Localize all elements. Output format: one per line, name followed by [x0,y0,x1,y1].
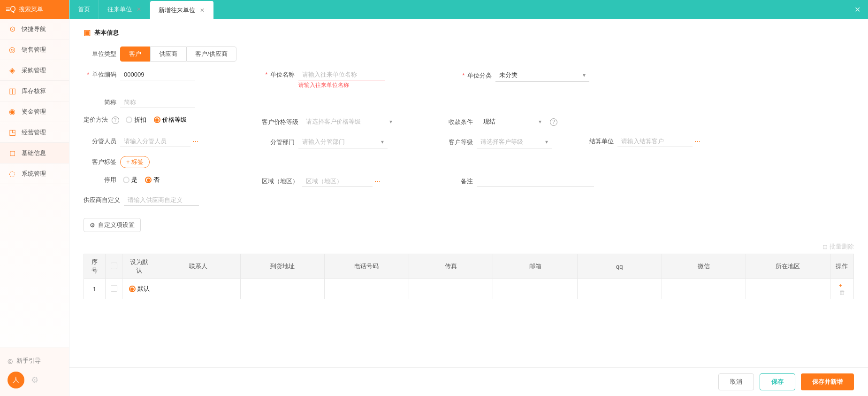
bottom-bar: 取消 保存 保存并新增 [69,367,868,396]
tab-partners-close[interactable]: ✕ [137,6,141,13]
col-phone: 电话号码 [325,254,409,279]
wechat-input[interactable] [667,286,741,293]
disabled-group: 停用 是 否 [84,176,262,184]
sidebar-item-guide[interactable]: ◎ 新手引导 [0,353,69,369]
short-name-label: 简称 [84,98,116,107]
pricing-radio-group: 折扣 价格等级 [126,116,187,124]
custom-settings-btn[interactable]: ⚙ 自定义项设置 [84,218,141,232]
address-input[interactable] [245,286,320,293]
contact-input[interactable] [161,286,236,293]
settlement-input[interactable] [617,136,693,147]
cell-qq[interactable] [577,279,662,299]
tab-home[interactable]: 首页 [69,0,99,19]
sidebar-item-purchase[interactable]: ◈ 采购管理 [0,60,69,81]
close-all-tabs[interactable]: ✕ [847,5,868,14]
short-name-group: 简称 [84,97,262,108]
cell-default: 默认 [122,279,156,299]
cell-address[interactable] [240,279,325,299]
disabled-no[interactable]: 否 [145,176,160,184]
gear-icon: ⚙ [90,222,95,229]
row-checkbox[interactable] [111,285,117,292]
payment-condition-select[interactable]: 现结 ▾ [480,116,545,128]
sidebar-item-sales[interactable]: ◎ 销售管理 [0,39,69,60]
sidebar-item-basic-info[interactable]: ◻ 基础信息 [0,143,69,163]
default-radio-circle[interactable] [129,286,136,292]
disabled-no-radio[interactable] [145,177,152,183]
customer-price-level-placeholder: 请选择客户价格等级 [306,117,389,126]
form-area: ▣ 基本信息 单位类型 客户 供应商 客户/供应商 * 单位编码 [69,19,868,367]
short-name-input[interactable] [120,97,195,108]
btn-customer[interactable]: 客户 [120,47,150,62]
col-seq: 序号 [84,254,106,279]
unit-name-input[interactable] [298,69,385,80]
pricing-help-icon[interactable]: ? [112,116,119,124]
manager-more-btn[interactable]: ··· [190,137,200,146]
disabled-yes[interactable]: 是 [123,176,137,184]
customer-price-level-select[interactable]: 请选择客户价格等级 ▾ [302,116,396,128]
cell-contact[interactable] [156,279,240,299]
fax-input[interactable] [414,286,488,293]
unit-type-row: 单位类型 客户 供应商 客户/供应商 [84,47,854,62]
supplier-custom-group: 供应商自定义 [84,194,262,206]
phone-input[interactable] [329,286,404,293]
payment-help-icon[interactable]: ? [550,118,557,126]
btn-supplier[interactable]: 供应商 [150,47,186,62]
tab-new-partner[interactable]: 新增往来单位 ✕ [150,1,213,20]
add-row-btn[interactable]: + [839,282,843,289]
settings-icon[interactable]: ⚙ [26,372,43,388]
sidebar-item-operations[interactable]: ◳ 经营管理 [0,122,69,143]
cell-fax[interactable] [409,279,493,299]
settlement-more-btn[interactable]: ··· [693,137,702,146]
manager-input[interactable] [120,136,190,147]
cell-wechat[interactable] [662,279,746,299]
pricing-discount[interactable]: 折扣 [126,116,146,124]
avatar[interactable]: 人 [8,372,24,388]
sidebar-item-system[interactable]: ◌ 系统管理 [0,163,69,184]
batch-delete-btn[interactable]: ⊡ 批量删除 [822,242,854,251]
sidebar-search[interactable]: ≡Q 搜索菜单 [0,0,69,19]
sidebar-item-quick-nav[interactable]: ⊙ 快捷导航 [0,19,69,39]
sidebar-item-finance[interactable]: ◉ 资金管理 [0,101,69,122]
btn-both[interactable]: 客户/供应商 [186,47,236,62]
disabled-yes-label: 是 [131,176,137,184]
cancel-button[interactable]: 取消 [718,373,754,390]
cell-phone[interactable] [325,279,409,299]
pricing-price-level[interactable]: 价格等级 [154,116,187,124]
region-more-btn[interactable]: ··· [373,177,382,186]
save-button[interactable]: 保存 [760,373,795,390]
row-customer-tag: 客户标签 + 标签 [84,156,854,168]
search-icon: ≡Q [6,5,16,14]
sidebar-item-inventory[interactable]: ◫ 库存核算 [0,81,69,101]
pricing-label: 定价方法 ? [84,116,119,124]
add-tag-btn[interactable]: + 标签 [120,156,150,168]
price-level-radio[interactable] [154,116,160,123]
default-radio[interactable]: 默认 [127,285,151,293]
col-actions: 操作 [830,254,853,279]
unit-code-input[interactable] [120,69,195,80]
email-input[interactable] [498,286,572,293]
row-manager: 分管人员 ··· 分管部门 请输入分管部门 ▾ 客户等级 请选择客户等级 ▾ [84,136,854,148]
row-short-name: 简称 [84,97,854,108]
customer-level-select[interactable]: 请选择客户等级 ▾ [477,136,552,148]
department-select[interactable]: 请输入分管部门 ▾ [298,136,388,148]
sidebar-item-label: 经营管理 [22,128,46,137]
tab-new-partner-close[interactable]: ✕ [200,7,205,14]
unit-category-select[interactable]: 未分类 ▾ [495,69,589,82]
region-table-input[interactable] [751,286,825,293]
qq-input[interactable] [582,286,657,293]
contacts-table: 序号 设为默认 联系人 到货地址 电话号码 传真 邮箱 qq 微信 所在地区 [84,254,854,299]
region-input[interactable] [302,176,373,187]
unit-name-group: * 单位名称 请输入往来单位名称 [262,69,459,89]
disabled-yes-radio[interactable] [123,177,129,183]
cell-email[interactable] [493,279,578,299]
select-all-checkbox[interactable] [111,263,117,269]
info-icon: ▣ [84,28,91,37]
notes-input[interactable] [477,176,594,187]
delete-row-btn[interactable]: 🗑 [839,289,845,296]
save-new-button[interactable]: 保存并新增 [801,373,854,390]
cell-region[interactable] [746,279,830,299]
discount-radio[interactable] [126,116,132,123]
supplier-custom-input[interactable] [124,194,199,206]
unit-name-label: * 单位名称 [262,70,295,79]
tab-partners[interactable]: 往来单位 ✕ [99,0,150,19]
